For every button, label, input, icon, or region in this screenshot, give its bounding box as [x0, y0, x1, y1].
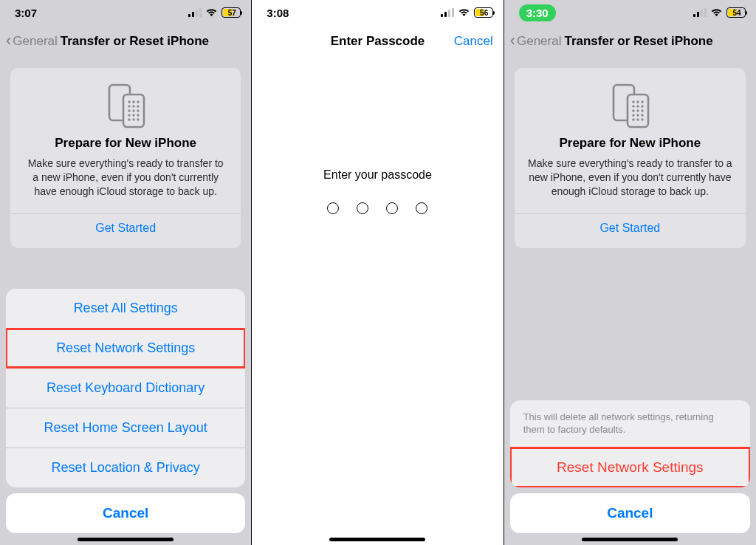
- reset-keyboard-dictionary-button[interactable]: Reset Keyboard Dictionary: [6, 368, 245, 408]
- cellular-icon: [693, 8, 707, 17]
- svg-point-36: [642, 105, 644, 107]
- passcode-dot: [416, 202, 427, 214]
- svg-rect-24: [452, 8, 454, 17]
- svg-point-31: [633, 100, 635, 103]
- svg-point-39: [642, 109, 644, 112]
- recording-pill[interactable]: 3:30: [519, 4, 556, 21]
- nav-bar: ‹ General Transfer or Reset iPhone: [504, 25, 756, 58]
- confirm-note: This will delete all network settings, r…: [510, 400, 750, 447]
- passcode-dots[interactable]: [252, 202, 503, 214]
- svg-rect-1: [192, 12, 194, 17]
- svg-rect-23: [448, 10, 450, 17]
- svg-point-17: [137, 114, 139, 116]
- get-started-button[interactable]: Get Started: [515, 213, 746, 238]
- sheet-cancel-button[interactable]: Cancel: [6, 493, 245, 533]
- back-label: General: [13, 34, 57, 49]
- svg-point-37: [633, 109, 635, 112]
- home-indicator[interactable]: [582, 538, 678, 541]
- reset-location-privacy-button[interactable]: Reset Location & Privacy: [6, 448, 245, 487]
- status-time: 3:08: [267, 7, 289, 19]
- svg-point-35: [637, 105, 639, 107]
- svg-point-42: [642, 114, 644, 116]
- svg-point-33: [642, 100, 644, 103]
- svg-rect-22: [444, 12, 447, 17]
- svg-point-16: [132, 114, 134, 116]
- wifi-icon: [458, 8, 470, 17]
- svg-point-12: [128, 109, 130, 112]
- screen-reset-sheet: 3:07 57 ‹ General Transfer or Reset iPho…: [0, 0, 252, 545]
- back-button[interactable]: ‹ General: [510, 34, 562, 49]
- svg-point-34: [633, 105, 635, 107]
- cancel-button[interactable]: Cancel: [454, 34, 493, 49]
- cellular-icon: [441, 8, 454, 17]
- card-body: Make sure everything's ready to transfer…: [24, 157, 227, 199]
- prepare-card: Prepare for New iPhone Make sure everyth…: [515, 68, 746, 248]
- svg-point-19: [132, 118, 134, 120]
- card-title: Prepare for New iPhone: [24, 136, 227, 151]
- reset-home-screen-button[interactable]: Reset Home Screen Layout: [6, 408, 245, 448]
- nav-bar: Enter Passcode Cancel: [252, 25, 503, 58]
- wifi-icon: [710, 8, 723, 17]
- svg-point-10: [132, 105, 134, 107]
- screen-enter-passcode: 3:08 56 Enter Passcode Cancel Enter your…: [252, 0, 504, 545]
- cellular-icon: [188, 8, 202, 17]
- prepare-card: Prepare for New iPhone Make sure everyth…: [10, 68, 241, 248]
- page-title: Transfer or Reset iPhone: [564, 34, 750, 49]
- passcode-dot: [327, 202, 339, 214]
- chevron-left-icon: ‹: [510, 32, 515, 49]
- svg-rect-0: [188, 14, 190, 17]
- svg-point-40: [633, 114, 635, 116]
- svg-rect-27: [701, 10, 703, 17]
- reset-action-sheet: Reset All Settings Reset Network Setting…: [6, 289, 245, 533]
- svg-point-8: [137, 100, 139, 103]
- battery-icon: 56: [474, 7, 493, 18]
- svg-point-18: [128, 118, 130, 120]
- status-time: 3:07: [15, 7, 37, 19]
- svg-point-15: [128, 114, 130, 116]
- home-indicator[interactable]: [78, 538, 173, 541]
- phones-icon: [24, 83, 227, 128]
- status-bar: 3:30 54: [504, 0, 756, 25]
- get-started-button[interactable]: Get Started: [10, 213, 241, 238]
- svg-point-44: [637, 118, 639, 120]
- back-button[interactable]: ‹ General: [6, 34, 58, 49]
- svg-point-32: [637, 100, 639, 103]
- svg-rect-2: [196, 10, 198, 17]
- svg-point-45: [642, 118, 644, 120]
- status-bar: 3:08 56: [252, 0, 503, 25]
- svg-point-20: [137, 118, 139, 120]
- confirm-reset-network-button[interactable]: Reset Network Settings: [510, 447, 750, 487]
- passcode-dot: [357, 202, 368, 214]
- chevron-left-icon: ‹: [6, 32, 11, 49]
- card-title: Prepare for New iPhone: [528, 136, 732, 151]
- svg-point-41: [637, 114, 639, 116]
- svg-point-43: [633, 118, 635, 120]
- phones-icon: [528, 83, 732, 128]
- svg-rect-21: [441, 14, 443, 17]
- svg-rect-25: [693, 14, 695, 17]
- svg-rect-28: [704, 8, 707, 17]
- svg-point-14: [137, 109, 139, 112]
- sheet-cancel-button[interactable]: Cancel: [510, 493, 750, 533]
- svg-point-7: [132, 100, 134, 103]
- nav-bar: ‹ General Transfer or Reset iPhone: [0, 25, 251, 58]
- svg-rect-3: [199, 8, 202, 17]
- battery-icon: 54: [726, 7, 746, 18]
- svg-point-11: [137, 105, 139, 107]
- battery-icon: 57: [221, 7, 241, 18]
- page-title: Transfer or Reset iPhone: [61, 34, 246, 49]
- home-indicator[interactable]: [329, 538, 425, 541]
- svg-point-6: [128, 100, 130, 103]
- passcode-prompt: Enter your passcode: [252, 168, 503, 182]
- back-label: General: [517, 34, 561, 49]
- svg-point-9: [128, 105, 130, 107]
- reset-all-settings-button[interactable]: Reset All Settings: [6, 289, 245, 328]
- reset-network-settings-button[interactable]: Reset Network Settings: [6, 328, 245, 368]
- passcode-dot: [386, 202, 398, 214]
- status-bar: 3:07 57: [0, 0, 251, 25]
- card-body: Make sure everything's ready to transfer…: [528, 157, 732, 199]
- confirm-action-sheet: This will delete all network settings, r…: [510, 400, 750, 533]
- svg-point-13: [132, 109, 134, 112]
- screen-confirm-reset: 3:30 54 ‹ General Transfer or Reset iPho…: [504, 0, 756, 545]
- svg-rect-26: [697, 12, 699, 17]
